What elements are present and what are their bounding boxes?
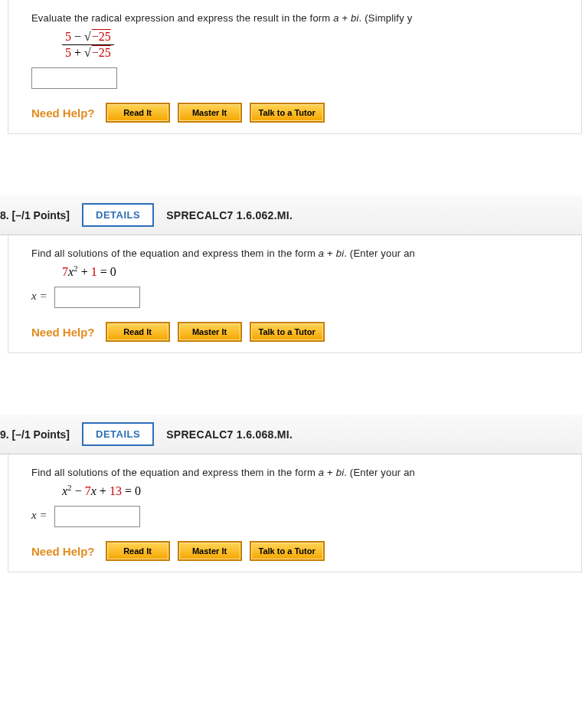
q7-prompt-tail: . (Simplify y [359, 12, 413, 24]
q9-13: 13 [110, 484, 122, 497]
q8-points: 8. [–/1 Points] [0, 209, 70, 221]
q9-x-label: x = [31, 509, 47, 521]
q8-need-help: Need Help? Read It Master It Talk to a T… [31, 322, 567, 342]
q7-prompt-text: Evaluate the radical expression and expr… [31, 12, 333, 24]
q8-coef: 7 [62, 265, 68, 278]
question-7-body: Evaluate the radical expression and expr… [8, 0, 582, 134]
q9-plus2: + [96, 484, 110, 497]
q7-expression: 5 − √−25 5 + √−25 [62, 30, 567, 60]
q9-equation: x2 − 7x + 13 = 0 [62, 484, 567, 498]
q9-prompt-text: Find all solutions of the equation and e… [31, 467, 319, 478]
q8-answer-input[interactable] [54, 287, 140, 308]
q8-zero: 0 [110, 265, 116, 278]
q9-prompt-tail: . (Enter your an [344, 467, 415, 478]
q7-need-help: Need Help? Read It Master It Talk to a T… [31, 103, 567, 123]
master-it-button[interactable]: Master It [178, 541, 242, 561]
q8-prompt-tail: . (Enter your an [344, 248, 415, 259]
q9-answer-input[interactable] [54, 506, 140, 527]
q7-prompt: Evaluate the radical expression and expr… [31, 12, 567, 24]
q7-num-rad: −25 [91, 30, 111, 43]
q8-reference: SPRECALC7 1.6.062.MI. [166, 209, 293, 221]
q9-seven: 7 [85, 484, 91, 497]
sqrt-icon: √ [84, 46, 91, 59]
talk-to-tutor-button[interactable]: Talk to a Tutor [250, 322, 325, 342]
q7-den-5: 5 [65, 46, 71, 59]
q9-minus: − [72, 484, 85, 497]
q7-a: a [333, 12, 338, 24]
q9-plus: + [324, 467, 335, 478]
q9-reference: SPRECALC7 1.6.068.MI. [166, 428, 293, 441]
q8-one: 1 [91, 265, 97, 278]
q8-bi: bi [336, 248, 345, 259]
q8-plus2: + [78, 265, 91, 278]
q8-eq: = [97, 265, 110, 278]
read-it-button[interactable]: Read It [106, 541, 170, 561]
q7-num-5: 5 [65, 30, 71, 43]
question-8-header: 8. [–/1 Points] DETAILS SPRECALC7 1.6.06… [0, 195, 582, 235]
q7-plus: + [339, 12, 351, 24]
q9-prompt: Find all solutions of the equation and e… [31, 467, 567, 478]
details-button[interactable]: DETAILS [82, 422, 154, 446]
q9-bi: bi [336, 467, 345, 478]
sqrt-icon: √ [84, 30, 91, 43]
need-help-label: Need Help? [31, 107, 95, 120]
q8-prompt: Find all solutions of the equation and e… [31, 248, 567, 259]
q7-bi: bi [351, 12, 359, 24]
q8-equation: 7x2 + 1 = 0 [62, 265, 567, 279]
q8-prompt-text: Find all solutions of the equation and e… [31, 248, 319, 259]
q9-need-help: Need Help? Read It Master It Talk to a T… [31, 541, 567, 561]
question-9-body: Find all solutions of the equation and e… [8, 454, 582, 572]
q7-answer-input[interactable] [31, 67, 117, 89]
need-help-label: Need Help? [31, 545, 95, 558]
q9-x: x [91, 484, 96, 497]
q7-den-plus: + [71, 46, 84, 59]
q8-answer-row: x = [31, 287, 567, 308]
question-8-body: Find all solutions of the equation and e… [8, 235, 582, 353]
q7-num-minus: − [71, 30, 84, 43]
q9-answer-row: x = [31, 506, 567, 527]
q8-x-label: x = [31, 290, 47, 302]
master-it-button[interactable]: Master It [178, 322, 242, 342]
talk-to-tutor-button[interactable]: Talk to a Tutor [250, 541, 325, 561]
q9-points: 9. [–/1 Points] [0, 428, 70, 441]
q9-eq: = [122, 484, 135, 497]
master-it-button[interactable]: Master It [178, 103, 242, 123]
q8-plus: + [324, 248, 335, 259]
read-it-button[interactable]: Read It [106, 103, 170, 123]
q7-den-rad: −25 [91, 46, 111, 59]
question-9-header: 9. [–/1 Points] DETAILS SPRECALC7 1.6.06… [0, 415, 582, 454]
q7-answer-row [31, 67, 567, 89]
read-it-button[interactable]: Read It [106, 322, 170, 342]
details-button[interactable]: DETAILS [82, 203, 154, 227]
talk-to-tutor-button[interactable]: Talk to a Tutor [250, 103, 325, 123]
q9-zero: 0 [135, 484, 141, 497]
need-help-label: Need Help? [31, 326, 95, 339]
